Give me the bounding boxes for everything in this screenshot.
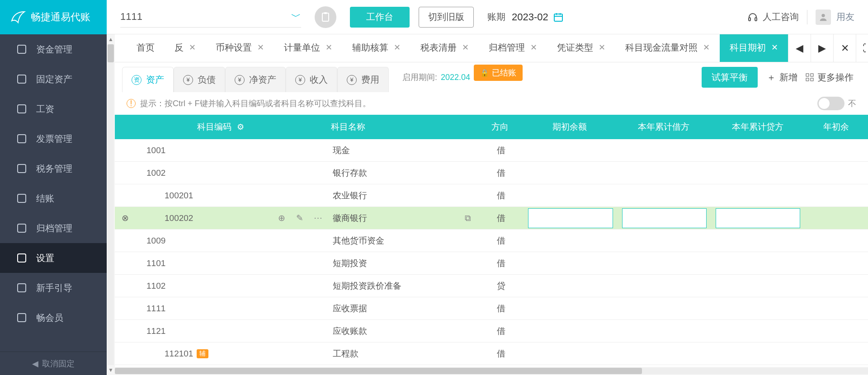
year-debit-input[interactable] <box>622 208 707 228</box>
sidebar-item-receipt[interactable]: 发票管理 <box>0 124 107 154</box>
tab-科目现金流量对照[interactable]: 科目现金流量对照✕ <box>615 34 720 62</box>
tab-expand-button[interactable]: ⛶ <box>856 34 868 62</box>
gear-icon[interactable]: ⚙ <box>237 122 244 132</box>
sidebar-item-gear[interactable]: 设置 <box>0 243 107 273</box>
delete-row-icon[interactable]: ⊗ <box>119 212 131 224</box>
table-row[interactable]: 1111应收票据借 <box>115 297 868 320</box>
close-icon[interactable]: ✕ <box>703 42 710 52</box>
lock-icon: 🔒 <box>480 69 489 77</box>
arrow-left-icon: ◀ <box>32 359 38 369</box>
close-icon[interactable]: ✕ <box>599 42 605 52</box>
category-tab-费用[interactable]: ¥费用 <box>337 67 389 92</box>
top-header: 畅捷通易代账 1111 ﹀ 工作台 切到旧版 账期 2023-02 人工咨询 用… <box>0 0 868 34</box>
table-row[interactable]: 100201农业银行借 <box>115 184 868 207</box>
table-row[interactable]: 1102短期投资跌价准备贷 <box>115 275 868 297</box>
close-icon[interactable]: ✕ <box>530 42 537 52</box>
tab-close-button[interactable]: ✕ <box>833 34 856 62</box>
sidebar-item-box[interactable]: 固定资产 <box>0 64 107 94</box>
sidebar-item-vip[interactable]: 畅会员 <box>0 303 107 333</box>
tab-首页[interactable]: 首页 <box>127 34 165 62</box>
filter-toggle[interactable] <box>817 97 844 110</box>
unpin-button[interactable]: ◀取消固定 <box>0 352 107 375</box>
year-credit-input[interactable] <box>716 208 800 228</box>
sidebar-item-bank[interactable]: 结账 <box>0 183 107 213</box>
calendar-icon[interactable] <box>553 12 564 23</box>
close-icon[interactable]: ✕ <box>326 42 332 52</box>
category-icon: ¥ <box>347 75 357 85</box>
workbench-button[interactable]: 工作台 <box>350 7 410 28</box>
entity-selector[interactable]: 1111 ﹀ <box>120 7 301 28</box>
tab-归档管理[interactable]: 归档管理✕ <box>479 34 547 62</box>
svg-rect-15 <box>18 224 26 232</box>
tab-税表清册[interactable]: 税表清册✕ <box>410 34 479 62</box>
tab-科目期初[interactable]: 科目期初✕ <box>720 34 788 62</box>
sidebar-scrollbar[interactable]: ▲▼ <box>107 34 115 375</box>
table-row[interactable]: 1121应收账款借 <box>115 320 868 342</box>
edit-icon[interactable]: ✎ <box>294 212 306 224</box>
svg-rect-10 <box>18 75 26 83</box>
close-icon[interactable]: ✕ <box>257 42 264 52</box>
user-menu[interactable]: 用友 <box>816 9 854 25</box>
category-tab-净资产[interactable]: ¥净资产 <box>225 67 286 92</box>
entity-value: 1111 <box>120 11 142 23</box>
logo-icon <box>10 9 26 25</box>
sidebar-item-percent[interactable]: 税务管理 <box>0 154 107 183</box>
tab-prev-button[interactable]: ◀ <box>788 34 811 62</box>
table-row[interactable]: 1009其他货币资金借 <box>115 230 868 252</box>
table-row[interactable]: 112101辅工程款借 <box>115 342 868 365</box>
enable-period: 启用期间: 2022.04 <box>402 72 470 83</box>
clipboard-button[interactable] <box>315 6 336 28</box>
info-icon: ! <box>127 99 136 108</box>
percent-icon <box>16 163 27 174</box>
close-icon[interactable]: ✕ <box>189 42 196 52</box>
tab-计量单位[interactable]: 计量单位✕ <box>274 34 342 62</box>
tab-凭证类型[interactable]: 凭证类型✕ <box>547 34 615 62</box>
closed-badge: 🔒 已结账 <box>474 65 523 81</box>
table-row[interactable]: 1101短期投资借 <box>115 252 868 275</box>
sidebar-item-play[interactable]: 新手引导 <box>0 273 107 303</box>
tab-币种设置[interactable]: 币种设置✕ <box>206 34 274 62</box>
chevron-down-icon: ﹀ <box>291 10 301 23</box>
category-tab-资产[interactable]: 资资产 <box>122 67 174 92</box>
new-button[interactable]: ＋ 新增 <box>767 71 797 84</box>
category-tab-收入[interactable]: ¥收入 <box>286 67 337 92</box>
close-icon[interactable]: ✕ <box>394 42 401 52</box>
horizontal-scrollbar[interactable] <box>115 367 868 375</box>
tab-反[interactable]: 反✕ <box>165 34 206 62</box>
svg-rect-13 <box>18 164 26 173</box>
table-header: 科目编码⚙ 科目名称 方向 期初余额 本年累计借方 本年累计贷方 年初余 <box>115 115 868 139</box>
svg-rect-2 <box>554 14 562 21</box>
gear-icon <box>16 253 27 263</box>
category-icon: 资 <box>132 75 142 85</box>
sidebar-item-archive[interactable]: 归档管理 <box>0 213 107 243</box>
coin-icon <box>16 44 27 55</box>
table-row[interactable]: 1001现金借 <box>115 139 868 162</box>
card-icon <box>16 103 27 114</box>
sidebar-item-coin[interactable]: 资金管理 <box>0 34 107 64</box>
trial-balance-button[interactable]: 试算平衡 <box>702 67 758 88</box>
svg-rect-6 <box>749 18 750 21</box>
close-icon[interactable]: ✕ <box>771 42 778 52</box>
add-icon[interactable]: ⊕ <box>276 212 288 224</box>
svg-rect-11 <box>18 105 26 113</box>
headset-icon <box>747 12 758 23</box>
help-link[interactable]: 人工咨询 <box>739 11 807 23</box>
vip-icon <box>16 312 27 323</box>
brand-logo: 畅捷通易代账 <box>0 0 107 34</box>
tab-next-button[interactable]: ▶ <box>811 34 833 62</box>
more-icon[interactable]: ⋯ <box>312 212 324 224</box>
svg-rect-20 <box>811 74 813 76</box>
more-button[interactable]: 更多操作 <box>806 71 854 84</box>
svg-rect-18 <box>18 314 26 322</box>
category-tab-负债[interactable]: ¥负债 <box>174 67 225 92</box>
tab-辅助核算[interactable]: 辅助核算✕ <box>342 34 410 62</box>
table-row[interactable]: ⊗100202 ⊕ ✎ ⋯ 徽商银行⧉借 <box>115 207 868 230</box>
table-row[interactable]: 1002银行存款借 <box>115 162 868 184</box>
aux-badge: 辅 <box>197 349 208 358</box>
close-icon[interactable]: ✕ <box>462 42 469 52</box>
copy-icon[interactable]: ⧉ <box>462 212 474 224</box>
grid-icon <box>806 73 814 81</box>
switch-old-button[interactable]: 切到旧版 <box>419 7 474 28</box>
sidebar-item-card[interactable]: 工资 <box>0 94 107 124</box>
begin-balance-input[interactable] <box>528 208 613 228</box>
